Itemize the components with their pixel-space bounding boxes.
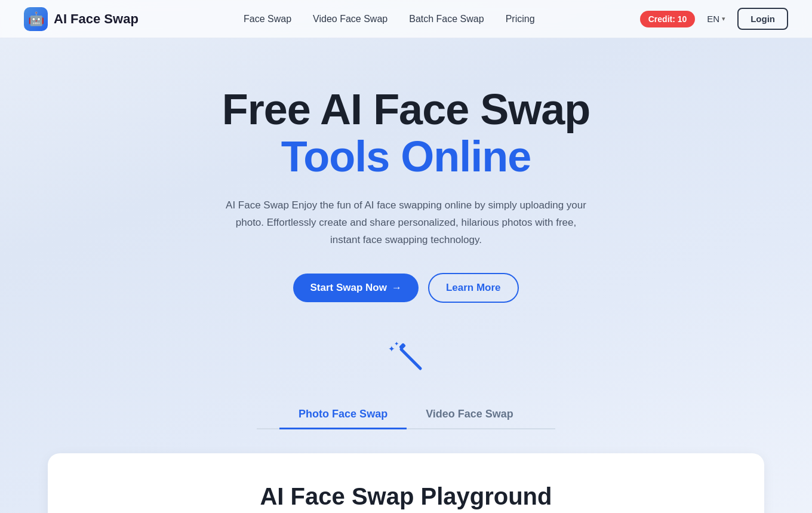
hero-section: Free AI Face Swap Tools Online AI Face S… xyxy=(0,38,812,453)
hero-title-line2: Tools Online xyxy=(281,133,531,180)
nav-video-face-swap[interactable]: Video Face Swap xyxy=(313,14,387,24)
svg-line-2 xyxy=(401,349,420,368)
tabs-section: Photo Face Swap Video Face Swap xyxy=(257,401,555,429)
hero-title-line1: Free AI Face Swap xyxy=(222,86,590,133)
nav-batch-face-swap[interactable]: Batch Face Swap xyxy=(409,14,484,24)
logo[interactable]: 🤖 AI Face Swap xyxy=(24,7,139,31)
navbar-right: Credit: 10 EN ▾ Login xyxy=(640,8,788,30)
hero-buttons: Start Swap Now → Learn More xyxy=(293,273,518,303)
chevron-down-icon: ▾ xyxy=(722,15,725,23)
start-swap-button[interactable]: Start Swap Now → xyxy=(293,274,418,302)
tab-photo-face-swap[interactable]: Photo Face Swap xyxy=(279,401,407,429)
nav-pricing[interactable]: Pricing xyxy=(506,14,535,24)
credit-badge[interactable]: Credit: 10 xyxy=(640,11,696,27)
logo-icon: 🤖 xyxy=(24,7,48,31)
nav-face-swap[interactable]: Face Swap xyxy=(244,14,291,24)
learn-more-button[interactable]: Learn More xyxy=(428,273,519,303)
hero-description: AI Face Swap Enjoy the fun of AI face sw… xyxy=(221,197,591,249)
login-button[interactable]: Login xyxy=(737,8,788,30)
navbar: 🤖 AI Face Swap Face Swap Video Face Swap… xyxy=(0,0,812,38)
tabs-wrapper: Photo Face Swap Video Face Swap xyxy=(24,401,788,429)
playground-title: AI Face Swap Playground xyxy=(72,483,740,510)
logo-text: AI Face Swap xyxy=(54,11,139,27)
start-swap-label: Start Swap Now xyxy=(310,282,386,294)
navbar-nav: Face Swap Video Face Swap Batch Face Swa… xyxy=(244,14,534,24)
playground-section: AI Face Swap Playground Just upload Orgi… xyxy=(48,453,764,513)
svg-text:✦: ✦ xyxy=(394,340,399,347)
language-label: EN xyxy=(707,14,719,24)
learn-more-label: Learn More xyxy=(446,282,501,294)
language-selector[interactable]: EN ▾ xyxy=(702,11,730,26)
arrow-right-icon: → xyxy=(392,282,402,294)
magic-wand-icon: ✦ ✦ xyxy=(388,339,424,382)
tab-video-face-swap[interactable]: Video Face Swap xyxy=(407,401,533,429)
